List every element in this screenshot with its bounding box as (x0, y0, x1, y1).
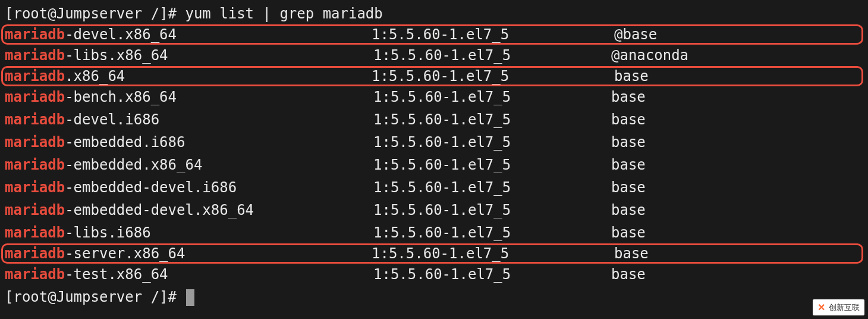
package-version: 1:5.5.60-1.el7_5 (372, 245, 609, 262)
watermark-text: 创新互联 (829, 302, 860, 313)
package-suffix: -devel.i686 (65, 111, 159, 128)
watermark-icon: ✕ (817, 302, 825, 313)
highlighted-row: mariadb.x86_641:5.5.60-1.el7_5base (1, 66, 863, 86)
package-repo: base (611, 86, 646, 108)
grep-match: mariadb (5, 224, 65, 241)
package-suffix: -devel.x86_64 (65, 26, 177, 43)
package-name: mariadb-test.x86_64 (5, 263, 373, 286)
grep-match: mariadb (5, 266, 65, 283)
package-version: 1:5.5.60-1.el7_5 (373, 221, 611, 244)
package-version: 1:5.5.60-1.el7_5 (373, 263, 611, 286)
output-row: mariadb-bench.x86_641:5.5.60-1.el7_5base (5, 86, 863, 108)
grep-match: mariadb (5, 89, 65, 105)
package-repo: base (614, 68, 649, 85)
package-version: 1:5.5.60-1.el7_5 (373, 199, 611, 221)
prompt-line[interactable]: [root@Jumpserver /]# (5, 286, 863, 308)
output-row: mariadb-test.x86_641:5.5.60-1.el7_5base (5, 263, 863, 286)
package-version: 1:5.5.60-1.el7_5 (372, 26, 609, 43)
package-suffix: -test.x86_64 (65, 266, 168, 283)
grep-match: mariadb (5, 111, 65, 128)
package-suffix: -embedded-devel.x86_64 (65, 202, 254, 218)
package-name: mariadb-embedded.x86_64 (5, 154, 373, 176)
package-version: 1:5.5.60-1.el7_5 (373, 154, 611, 176)
package-name: mariadb-devel.x86_64 (5, 26, 372, 43)
package-repo: @anaconda (611, 44, 688, 67)
package-repo: base (611, 131, 646, 154)
package-repo: base (611, 221, 646, 244)
package-repo: @base (614, 26, 657, 43)
package-repo: base (611, 108, 646, 131)
grep-match: mariadb (5, 26, 65, 43)
grep-match: mariadb (5, 245, 65, 262)
terminal-output[interactable]: [root@Jumpserver /]# yum list | grep mar… (5, 2, 863, 308)
output-row: mariadb-embedded-devel.x86_641:5.5.60-1.… (5, 199, 863, 221)
package-suffix: -libs.i686 (65, 224, 151, 241)
package-name: mariadb-embedded-devel.i686 (5, 176, 373, 199)
grep-match: mariadb (5, 202, 65, 218)
shell-prompt: [root@Jumpserver /]# (5, 5, 185, 22)
grep-match: mariadb (5, 157, 65, 173)
package-name: mariadb-embedded.i686 (5, 131, 373, 154)
output-row: mariadb-libs.x86_641:5.5.60-1.el7_5@anac… (5, 44, 863, 67)
package-suffix: -server.x86_64 (65, 245, 185, 262)
shell-prompt: [root@Jumpserver /]# (5, 289, 185, 305)
package-suffix: -bench.x86_64 (65, 89, 177, 105)
output-row: mariadb-embedded-devel.i6861:5.5.60-1.el… (5, 176, 863, 199)
output-row: mariadb-devel.i6861:5.5.60-1.el7_5base (5, 108, 863, 131)
package-repo: base (611, 154, 646, 176)
package-version: 1:5.5.60-1.el7_5 (373, 108, 611, 131)
package-version: 1:5.5.60-1.el7_5 (373, 176, 611, 199)
package-suffix: -embedded.i686 (65, 134, 185, 151)
grep-match: mariadb (5, 179, 65, 196)
package-name: mariadb-bench.x86_64 (5, 86, 373, 108)
output-row: mariadb-libs.i6861:5.5.60-1.el7_5base (5, 221, 863, 244)
package-version: 1:5.5.60-1.el7_5 (373, 131, 611, 154)
package-name: mariadb-libs.i686 (5, 221, 373, 244)
package-version: 1:5.5.60-1.el7_5 (373, 44, 611, 67)
output-row: mariadb-embedded.i6861:5.5.60-1.el7_5bas… (5, 131, 863, 154)
package-name: mariadb-libs.x86_64 (5, 44, 373, 67)
package-name: mariadb-embedded-devel.x86_64 (5, 199, 373, 221)
output-row: mariadb-embedded.x86_641:5.5.60-1.el7_5b… (5, 154, 863, 176)
shell-command: yum list | grep mariadb (185, 5, 382, 22)
cursor (186, 289, 194, 306)
grep-match: mariadb (5, 68, 65, 85)
package-name: mariadb-devel.i686 (5, 108, 373, 131)
watermark: ✕ 创新互联 (813, 299, 864, 315)
package-version: 1:5.5.60-1.el7_5 (372, 68, 609, 85)
package-suffix: -embedded-devel.i686 (65, 179, 237, 196)
package-name: mariadb.x86_64 (5, 68, 372, 85)
grep-match: mariadb (5, 47, 65, 64)
package-name: mariadb-server.x86_64 (5, 245, 372, 262)
package-suffix: .x86_64 (65, 68, 125, 85)
highlighted-row: mariadb-server.x86_641:5.5.60-1.el7_5bas… (1, 243, 863, 264)
package-suffix: -libs.x86_64 (65, 47, 168, 64)
highlighted-row: mariadb-devel.x86_641:5.5.60-1.el7_5@bas… (1, 24, 863, 45)
package-suffix: -embedded.x86_64 (65, 157, 202, 173)
package-repo: base (611, 199, 646, 221)
package-repo: base (611, 263, 646, 286)
package-repo: base (614, 245, 649, 262)
package-version: 1:5.5.60-1.el7_5 (373, 86, 611, 108)
grep-match: mariadb (5, 134, 65, 151)
prompt-line: [root@Jumpserver /]# yum list | grep mar… (5, 2, 863, 25)
package-repo: base (611, 176, 646, 199)
